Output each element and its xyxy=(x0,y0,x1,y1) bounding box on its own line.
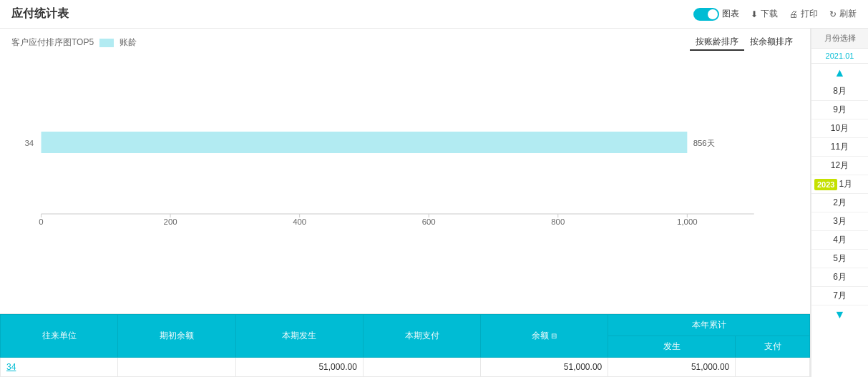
svg-text:1,000: 1,000 xyxy=(677,217,698,226)
print-label: 打印 xyxy=(801,8,818,20)
sidebar-month-6[interactable]: 6月 xyxy=(811,268,868,287)
balance-icon: ⊟ xyxy=(551,332,557,340)
sidebar-month-7[interactable]: 7月 xyxy=(811,287,868,305)
chart-toggle-label: 图表 xyxy=(722,8,739,20)
svg-text:200: 200 xyxy=(164,217,177,226)
svg-text:400: 400 xyxy=(293,217,306,226)
ytd-pay-cell xyxy=(736,358,810,377)
balance-cell: 51,000.00 xyxy=(481,358,608,377)
main-content: 客户应付排序图TOP5 账龄 按账龄排序 按余额排序 34 xyxy=(0,29,868,377)
unit-cell[interactable]: 34 xyxy=(1,358,118,377)
bar-chart: 34 856天 0 200 400 600 800 xyxy=(11,57,799,243)
th-balance: 余额 ⊟ xyxy=(481,315,608,358)
sidebar-month-5[interactable]: 5月 xyxy=(811,250,868,268)
header: 应付统计表 图表 ⬇ 下载 🖨 打印 ↻ 刷新 xyxy=(0,0,868,29)
download-label: 下载 xyxy=(761,8,778,20)
refresh-icon: ↻ xyxy=(829,9,837,19)
legend-box xyxy=(99,39,114,47)
th-current-pay: 本期支付 xyxy=(363,315,480,358)
th-ytd-pay: 支付 xyxy=(736,336,810,358)
year-badge-2023: 2023 xyxy=(814,179,837,190)
chart-toggle[interactable] xyxy=(693,8,719,21)
th-unit: 往来单位 xyxy=(1,315,118,358)
sort-tabs: 按账龄排序 按余额排序 xyxy=(690,34,799,51)
ytd-occ-cell: 51,000.00 xyxy=(608,358,736,377)
sidebar-nav-up[interactable]: ▲ xyxy=(811,64,868,82)
current-occ-cell: 51,000.00 xyxy=(235,358,363,377)
sidebar-year[interactable]: 2021.01 xyxy=(811,49,868,64)
sidebar-month-3[interactable]: 3月 xyxy=(811,212,868,231)
chart-legend: 客户应付排序图TOP5 账龄 xyxy=(11,36,137,49)
chart-title: 客户应付排序图TOP5 xyxy=(11,36,94,49)
download-icon: ⬇ xyxy=(751,9,758,19)
print-icon: 🖨 xyxy=(789,9,798,19)
sidebar-month-10[interactable]: 10月 xyxy=(811,119,868,138)
th-opening: 期初余额 xyxy=(118,315,235,358)
sidebar-month-2[interactable]: 2月 xyxy=(811,194,868,212)
sidebar-month-8[interactable]: 8月 xyxy=(811,82,868,101)
app-container: 应付统计表 图表 ⬇ 下载 🖨 打印 ↻ 刷新 xyxy=(0,0,868,377)
legend-label: 账龄 xyxy=(120,36,137,49)
page-title: 应付统计表 xyxy=(11,6,69,21)
svg-text:0: 0 xyxy=(39,217,43,226)
table-section: 往来单位 期初余额 本期发生 本期支付 余额 ⊟ 本年累计 发生 xyxy=(0,313,810,377)
refresh-label: 刷新 xyxy=(839,8,857,20)
chart-section: 客户应付排序图TOP5 账龄 按账龄排序 按余额排序 34 xyxy=(0,29,811,377)
sort-tab-age[interactable]: 按账龄排序 xyxy=(690,34,744,51)
download-button[interactable]: ⬇ 下载 xyxy=(751,8,778,20)
sidebar-nav-down[interactable]: ▼ xyxy=(811,305,868,324)
print-button[interactable]: 🖨 打印 xyxy=(789,8,818,20)
sidebar-header: 月份选择 xyxy=(811,29,868,49)
current-pay-cell xyxy=(363,358,480,377)
chart-toggle-wrap: 图表 xyxy=(693,8,739,21)
header-actions: 图表 ⬇ 下载 🖨 打印 ↻ 刷新 xyxy=(693,8,857,21)
th-current-occ: 本期发生 xyxy=(235,315,363,358)
sidebar: 月份选择 2021.01 ▲ 8月 9月 10月 11月 12月 2023 1月… xyxy=(811,29,868,377)
chart-canvas: 34 856天 0 200 400 600 800 xyxy=(0,57,810,313)
svg-text:800: 800 xyxy=(551,217,565,226)
data-table: 往来单位 期初余额 本期发生 本期支付 余额 ⊟ 本年累计 发生 xyxy=(0,314,810,377)
th-ytd-group: 本年累计 xyxy=(608,315,810,336)
chart-header: 客户应付排序图TOP5 账龄 按账龄排序 按余额排序 xyxy=(0,29,810,57)
opening-balance-cell xyxy=(118,358,235,377)
sidebar-month-9[interactable]: 9月 xyxy=(811,101,868,119)
sidebar-month-4[interactable]: 4月 xyxy=(811,231,868,250)
sidebar-month-11[interactable]: 11月 xyxy=(811,138,868,157)
sidebar-month-12[interactable]: 12月 xyxy=(811,157,868,175)
bar-34 xyxy=(42,132,688,153)
th-ytd-occ: 发生 xyxy=(608,336,736,358)
svg-text:34: 34 xyxy=(24,139,34,147)
sort-tab-balance[interactable]: 按余额排序 xyxy=(744,34,799,51)
svg-text:856天: 856天 xyxy=(693,139,715,147)
svg-text:600: 600 xyxy=(422,217,436,226)
sidebar-month-1-label: 1月 xyxy=(839,178,852,190)
refresh-button[interactable]: ↻ 刷新 xyxy=(829,8,857,20)
sidebar-month-1[interactable]: 2023 1月 xyxy=(811,175,868,194)
table-row: 34 51,000.00 51,000.00 51,000.00 xyxy=(1,358,810,377)
